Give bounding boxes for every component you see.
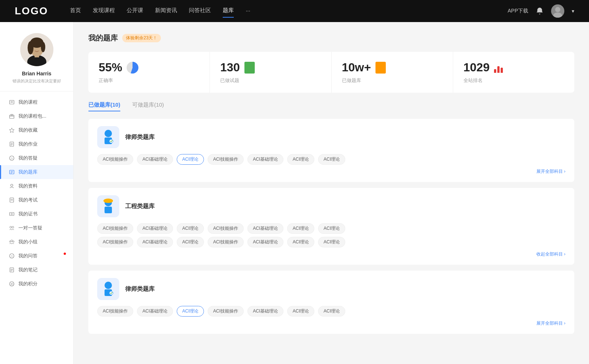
sidebar-item-homework[interactable]: 我的作业 bbox=[0, 137, 73, 151]
nav-discover[interactable]: 发现课程 bbox=[93, 7, 115, 15]
tag[interactable]: ACI理论 bbox=[177, 237, 204, 247]
tabs-row: 已做题库(10) 可做题库(10) bbox=[88, 101, 574, 111]
profile-chevron-icon[interactable]: ▾ bbox=[572, 8, 574, 14]
tag[interactable]: ACI技能操作 bbox=[97, 154, 133, 165]
svg-rect-51 bbox=[105, 207, 112, 213]
expand-link-lawyer-2[interactable]: 展开全部科目 › bbox=[97, 320, 565, 326]
tag[interactable]: ACI理论 bbox=[318, 306, 345, 317]
lawyer-bank-title-2: 律师类题库 bbox=[125, 285, 155, 293]
tag[interactable]: ACI理论 bbox=[287, 154, 314, 165]
engineer-tags-row-1: ACI技能操作 ACI基础理论 ACI理论 ACI技能操作 ACI基础理论 AC… bbox=[97, 223, 565, 234]
tag[interactable]: ACI技能操作 bbox=[97, 306, 133, 317]
tag[interactable]: ACI技能操作 bbox=[208, 237, 244, 247]
profile-section: Brian Harris 错误的决定比没有决定要好 bbox=[0, 33, 73, 92]
tag[interactable]: ACI基础理论 bbox=[247, 154, 283, 165]
lawyer-tags-row: ACI技能操作 ACI基础理论 ACI理论 ACI技能操作 ACI基础理论 AC… bbox=[97, 154, 565, 165]
sidebar-item-exam[interactable]: 我的考试 bbox=[0, 193, 73, 207]
stat-done-banks: 10w+ 已做题库 bbox=[332, 52, 453, 93]
tag[interactable]: ACI理论 bbox=[287, 237, 314, 247]
nav-qa[interactable]: 问答社区 bbox=[189, 7, 211, 15]
tag[interactable]: ACI技能操作 bbox=[208, 223, 244, 234]
collapse-link-engineer[interactable]: 收起全部科目 › bbox=[97, 251, 565, 257]
tag[interactable]: ACI基础理论 bbox=[137, 154, 173, 165]
tag[interactable]: ACI基础理论 bbox=[247, 223, 283, 234]
tab-done[interactable]: 已做题库(10) bbox=[88, 101, 120, 111]
tag[interactable]: ACI理论 bbox=[287, 223, 314, 234]
sidebar-label-exam: 我的考试 bbox=[18, 197, 38, 203]
sidebar-item-one-on-one[interactable]: 一对一答疑 bbox=[0, 221, 73, 235]
tag[interactable]: ACI基础理论 bbox=[137, 306, 173, 317]
sidebar-label-package: 我的课程包... bbox=[18, 113, 46, 119]
engineer-bank-title: 工程类题库 bbox=[125, 203, 155, 210]
stats-row: 55% 正确率 130 已做试题 10w+ 已做题库 bbox=[88, 52, 574, 93]
question-icon: ? bbox=[9, 155, 15, 161]
sidebar-label-qa: 我的答疑 bbox=[18, 155, 38, 161]
points-icon: 积 bbox=[9, 281, 15, 287]
sidebar-label-homework: 我的作业 bbox=[18, 141, 38, 147]
svg-point-1 bbox=[553, 13, 562, 18]
sidebar-item-favorites[interactable]: 我的收藏 bbox=[0, 123, 73, 137]
svg-point-34 bbox=[11, 240, 13, 242]
sidebar-label-notes: 我的笔记 bbox=[18, 267, 38, 273]
tag-active[interactable]: ACI理论 bbox=[177, 306, 204, 317]
nav-news[interactable]: 新闻资讯 bbox=[155, 7, 177, 15]
tab-todo[interactable]: 可做题库(10) bbox=[132, 101, 164, 111]
sidebar-label-myqa: 我的问答 bbox=[18, 253, 38, 259]
tag[interactable]: ACI理论 bbox=[177, 223, 204, 234]
notification-bell-icon[interactable] bbox=[536, 7, 544, 15]
svg-point-7 bbox=[28, 41, 33, 54]
sidebar-item-notes[interactable]: 我的笔记 bbox=[0, 263, 73, 277]
tag[interactable]: ACI理论 bbox=[318, 154, 345, 165]
sidebar-item-points[interactable]: 积 我的积分 bbox=[0, 277, 73, 291]
sidebar-item-myqa[interactable]: ? 我的问答 bbox=[0, 249, 73, 263]
nav-home[interactable]: 首页 bbox=[70, 7, 81, 15]
svg-rect-30 bbox=[10, 213, 14, 215]
content-area: 我的题库 体验剩余23天！ 55% 正确率 130 已做试题 bbox=[74, 22, 589, 364]
tag[interactable]: ACI技能操作 bbox=[97, 237, 133, 247]
doc-icon bbox=[244, 62, 255, 74]
tag[interactable]: ACI理论 bbox=[318, 237, 345, 247]
app-download-link[interactable]: APP下载 bbox=[508, 8, 528, 14]
tag[interactable]: ACI理论 bbox=[287, 306, 314, 317]
sidebar-item-qa[interactable]: ? 我的答疑 bbox=[0, 151, 73, 165]
bank-icon bbox=[9, 169, 15, 175]
svg-point-52 bbox=[105, 282, 112, 289]
stat-accuracy: 55% 正确率 bbox=[88, 52, 210, 93]
tag[interactable]: ACI基础理论 bbox=[137, 223, 173, 234]
nav-more[interactable]: ··· bbox=[246, 7, 250, 15]
sidebar-item-material[interactable]: 我的资料 bbox=[0, 179, 73, 193]
trial-badge: 体验剩余23天！ bbox=[122, 34, 161, 42]
nav-opencourse[interactable]: 公开课 bbox=[127, 7, 143, 15]
tag[interactable]: ACI技能操作 bbox=[208, 306, 244, 317]
svg-point-45 bbox=[105, 130, 112, 137]
engineer-tags-row-2: ACI技能操作 ACI基础理论 ACI理论 ACI技能操作 ACI基础理论 AC… bbox=[97, 237, 565, 247]
svg-point-32 bbox=[10, 226, 12, 228]
pie-chart-icon bbox=[127, 62, 138, 74]
avatar[interactable] bbox=[551, 4, 564, 18]
tag[interactable]: ACI技能操作 bbox=[97, 223, 133, 234]
page-header: 我的题库 体验剩余23天！ bbox=[88, 33, 574, 43]
tag[interactable]: ACI基础理论 bbox=[247, 237, 283, 247]
stat-ranking-value: 1029 bbox=[463, 61, 490, 74]
nav-bank[interactable]: 题库 bbox=[223, 7, 234, 15]
tag[interactable]: ACI理论 bbox=[318, 223, 345, 234]
star-icon bbox=[9, 127, 15, 133]
tag[interactable]: ACI基础理论 bbox=[137, 237, 173, 247]
sidebar-item-group[interactable]: 我的小组 bbox=[0, 235, 73, 249]
sidebar-label-group: 我的小组 bbox=[18, 239, 38, 245]
lawyer-2-tags-row: ACI技能操作 ACI基础理论 ACI理论 ACI技能操作 ACI基础理论 AC… bbox=[97, 306, 565, 317]
tag-active[interactable]: ACI理论 bbox=[177, 154, 204, 165]
sidebar: Brian Harris 错误的决定比没有决定要好 我的课程 我的课程包... bbox=[0, 22, 74, 364]
sidebar-item-package[interactable]: 我的课程包... bbox=[0, 109, 73, 123]
navbar-logo: LOGO bbox=[15, 5, 48, 17]
sidebar-item-bank[interactable]: 我的题库 bbox=[0, 165, 73, 179]
sidebar-item-course[interactable]: 我的课程 bbox=[0, 95, 73, 109]
sidebar-item-certificate[interactable]: 我的证书 bbox=[0, 207, 73, 221]
tag[interactable]: ACI技能操作 bbox=[208, 154, 244, 165]
course-icon bbox=[9, 99, 15, 105]
expand-link-lawyer-1[interactable]: 展开全部科目 › bbox=[97, 168, 565, 175]
stat-banks-label: 已做题库 bbox=[342, 77, 442, 84]
tag[interactable]: ACI基础理论 bbox=[247, 306, 283, 317]
svg-point-35 bbox=[10, 241, 11, 242]
stat-banks-value: 10w+ bbox=[342, 61, 371, 74]
